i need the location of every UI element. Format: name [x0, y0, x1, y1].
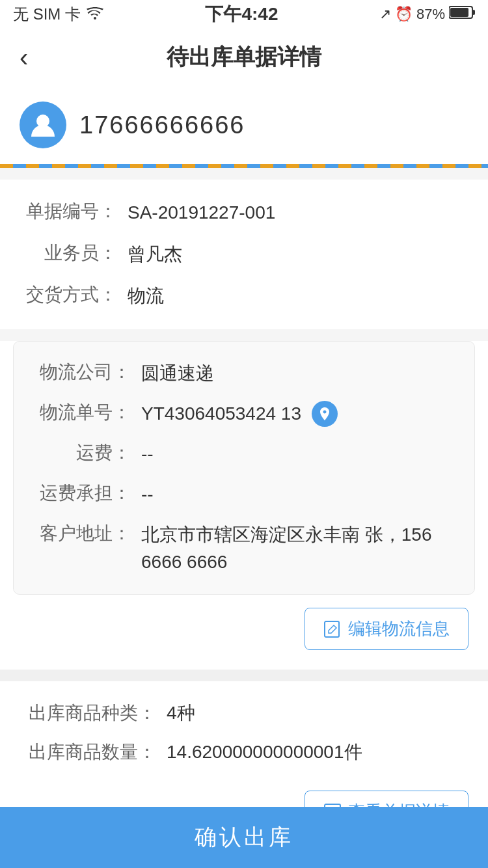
delivery-value: 物流	[128, 282, 462, 310]
logistics-tracking-row: 物流单号： YT43064053424 13	[33, 400, 455, 427]
logistics-tracking-label: 物流单号：	[33, 400, 131, 425]
address-value: 北京市市辖区海淀区永丰南 张，156 6666 6666	[141, 521, 455, 576]
category-label: 出库商品种类：	[26, 701, 156, 726]
svg-rect-2	[450, 8, 468, 17]
salesperson-label: 业务员：	[26, 241, 117, 265]
wifi-icon	[86, 5, 104, 23]
battery-icon	[449, 5, 475, 23]
logistics-card: 物流公司： 圆通速递 物流单号： YT43064053424 13 运费： --…	[13, 341, 475, 595]
user-phone: 17666666666	[79, 111, 245, 139]
salesperson-value: 曾凡杰	[128, 241, 462, 268]
battery-text: 87%	[416, 6, 445, 23]
order-number-label: 单据编号：	[26, 199, 117, 224]
order-info-section: 单据编号： SA-20191227-001 业务员： 曾凡杰 交货方式： 物流	[0, 180, 488, 329]
category-value: 4种	[167, 701, 195, 726]
status-left: 无 SIM 卡	[13, 4, 104, 25]
address-label: 客户地址：	[33, 521, 131, 546]
logistics-company-label: 物流公司：	[33, 360, 131, 385]
confirm-btn-container: 确认出库	[0, 807, 488, 868]
outbound-info-section: 出库商品种类： 4种 出库商品数量： 14.620000000000001件	[0, 681, 488, 784]
address-row: 客户地址： 北京市市辖区海淀区永丰南 张，156 6666 6666	[33, 521, 455, 576]
freight-bearer-row: 运费承担： --	[33, 481, 455, 508]
freight-bearer-label: 运费承担：	[33, 481, 131, 506]
location-status-icon: ↗	[379, 6, 391, 23]
logistics-company-value: 圆通速递	[141, 360, 455, 387]
section-divider-1	[0, 670, 488, 681]
freight-value: --	[141, 441, 455, 468]
confirm-outbound-button[interactable]: 确认出库	[0, 822, 488, 852]
logistics-tracking-value-row: YT43064053424 13	[141, 400, 455, 427]
user-row: 17666666666	[0, 86, 488, 164]
freight-bearer-value: --	[141, 481, 455, 508]
carrier-text: 无 SIM 卡	[13, 4, 81, 25]
status-right: ↗ ⏰ 87%	[379, 5, 475, 23]
svg-rect-1	[472, 10, 475, 15]
status-time: 下午4:42	[205, 2, 278, 27]
tracking-number-text: YT43064053424 13	[141, 400, 301, 427]
nav-bar: ‹ 待出库单据详情	[0, 29, 488, 86]
salesperson-row: 业务员： 曾凡杰	[26, 241, 462, 268]
delivery-row: 交货方式： 物流	[26, 282, 462, 310]
quantity-label: 出库商品数量：	[26, 740, 156, 765]
logistics-company-row: 物流公司： 圆通速递	[33, 360, 455, 387]
freight-row: 运费： --	[33, 441, 455, 468]
status-bar: 无 SIM 卡 下午4:42 ↗ ⏰ 87%	[0, 0, 488, 29]
back-button[interactable]: ‹	[20, 44, 28, 70]
edit-logistics-label: 编辑物流信息	[348, 617, 450, 640]
map-pin-icon	[317, 406, 332, 422]
tracking-location-icon[interactable]	[312, 401, 338, 427]
svg-rect-4	[325, 621, 339, 637]
order-number-row: 单据编号： SA-20191227-001	[26, 199, 462, 226]
category-row: 出库商品种类： 4种	[26, 701, 462, 726]
page-title: 待出库单据详情	[167, 42, 321, 72]
person-icon	[29, 111, 57, 139]
alarm-icon: ⏰	[395, 6, 413, 23]
dashed-divider	[0, 164, 488, 168]
quantity-row: 出库商品数量： 14.620000000000001件	[26, 740, 462, 765]
avatar	[20, 102, 66, 148]
edit-logistics-button[interactable]: 编辑物流信息	[305, 608, 468, 650]
order-number-value: SA-20191227-001	[128, 199, 462, 226]
edit-btn-row: 编辑物流信息	[0, 595, 488, 670]
delivery-label: 交货方式：	[26, 282, 117, 307]
quantity-value: 14.620000000000001件	[167, 740, 362, 765]
edit-icon	[323, 620, 342, 638]
freight-label: 运费：	[33, 441, 131, 465]
